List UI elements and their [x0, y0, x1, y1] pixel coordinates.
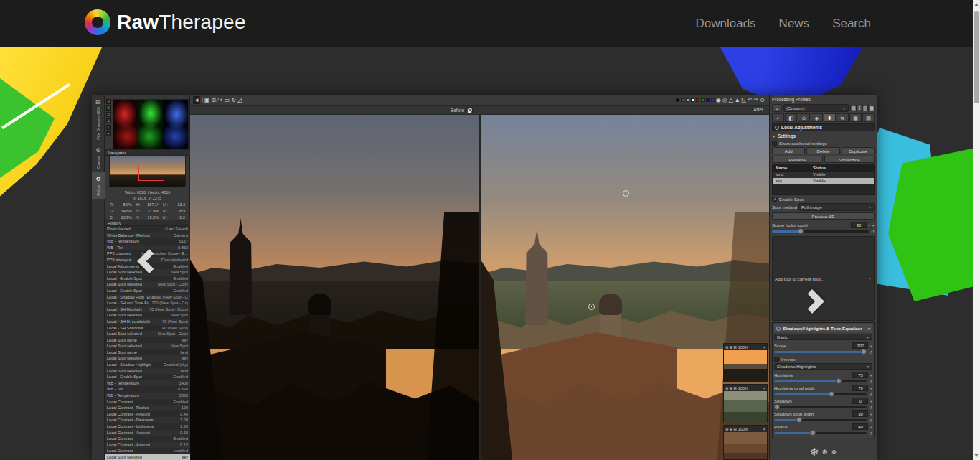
toolbar-icon[interactable]: ↷ [754, 97, 759, 103]
history-row[interactable]: Local - Shadow Highlight Enabled (sky) [105, 362, 190, 368]
reset-icon[interactable]: ↺ [869, 392, 872, 397]
bg-color-swatch[interactable] [681, 98, 684, 102]
reset-icon[interactable]: ↺ [869, 418, 872, 423]
detail-window[interactable]: ⊖ ⊕ ⊞ 100% × [723, 425, 768, 460]
increment-icon[interactable]: + [870, 412, 872, 416]
slider-track[interactable] [774, 351, 867, 353]
toolbar-icon[interactable]: ▭ [225, 97, 230, 103]
bg-color-swatch[interactable] [676, 98, 679, 102]
spot-row[interactable]: sky Visible [773, 178, 874, 184]
history-row[interactable]: Local Contrast - Darkness 1.00 [105, 417, 190, 423]
increment-icon[interactable]: + [872, 223, 875, 227]
toolbar-icon[interactable]: ⊙ [760, 97, 765, 103]
profile-action-icon[interactable]: ▦ [868, 105, 875, 111]
tool-tab[interactable]: ⇆ [837, 113, 849, 122]
scroll-down-icon[interactable] [974, 454, 979, 457]
history-row[interactable]: Local Contrast - Radius 120 [105, 405, 190, 411]
bg-color-swatch[interactable] [696, 98, 699, 102]
adjustment-slider[interactable]: Highlights tonal width 70 + ↺ [774, 385, 872, 397]
toolbar-icon[interactable]: ◄ [193, 96, 200, 104]
history-row[interactable]: Local Spot name sky [105, 337, 190, 344]
bg-color-swatch[interactable] [686, 98, 689, 102]
complexity-select[interactable]: Basic▼ [774, 334, 872, 340]
rename-spot-button[interactable]: Rename [772, 156, 823, 163]
browser-scrollbar[interactable] [973, 0, 980, 460]
delete-spot-button[interactable]: Delete [806, 147, 839, 154]
history-row[interactable]: WB - Tint 0.830 [105, 386, 190, 393]
history-row[interactable]: Local Contrast enabled [105, 448, 190, 454]
zoom-out-icon[interactable]: ⊖ [725, 427, 729, 431]
nav-link[interactable]: Downloads [696, 17, 756, 31]
tool-tab[interactable]: ⊙ [798, 113, 810, 122]
main-vertical-tab[interactable]: ▤ File Browser (26) [92, 95, 105, 144]
histogram-toggle-button[interactable]: ▪ [106, 131, 111, 136]
tool-tab[interactable]: ✚ [824, 113, 836, 122]
decrement-icon[interactable]: − [868, 223, 871, 227]
histogram-toggle-button[interactable]: B [106, 112, 111, 117]
history-row[interactable]: Local Contrast - Amount 0.15 [105, 442, 190, 449]
zoom-in-icon[interactable]: ⊕ [730, 386, 733, 390]
slider-value[interactable]: 30 [851, 222, 867, 228]
close-icon[interactable]: × [867, 326, 870, 331]
toolbar-icon[interactable]: ▣ [204, 97, 210, 103]
settings-expander[interactable]: ▼ Settings [772, 133, 875, 139]
toolbar-icon[interactable]: ◺ [742, 97, 746, 103]
slider-track[interactable] [774, 419, 867, 421]
slider-value[interactable]: 40 [852, 423, 868, 430]
history-row[interactable]: Local Contrast - Lightness 1.00 [105, 423, 190, 430]
history-row[interactable]: Local Spot selected sky [105, 454, 190, 460]
profile-action-icon[interactable]: ↧ [857, 105, 862, 111]
toolbar-icon[interactable]: ⌖ [220, 97, 223, 103]
increment-icon[interactable]: + [870, 425, 872, 429]
nav-link[interactable]: Search [832, 17, 871, 31]
zoom-fit-icon[interactable]: ⊞ [733, 386, 737, 390]
history-row[interactable]: Local - Enable Spot Enabled [105, 276, 190, 282]
history-row[interactable]: Local - SH Highlight 75 (New Spot - Copy… [105, 306, 190, 313]
sh-mode-select[interactable]: Shadows/Highlights▼ [774, 363, 872, 370]
toolbar-icon[interactable]: ◿ [237, 97, 242, 103]
reset-icon[interactable]: ↺ [869, 431, 872, 436]
inverse-checkbox[interactable]: Inverse [774, 357, 872, 362]
navigator-thumbnail[interactable] [109, 156, 186, 187]
increment-icon[interactable]: + [870, 373, 872, 377]
detail-window[interactable]: ⊖ ⊕ ⊞ 100% × [723, 343, 768, 382]
history-row[interactable]: Local Spot selected New Spot [105, 312, 190, 319]
history-row[interactable]: WB - Temperature 5167 [105, 238, 190, 245]
zoom-out-icon[interactable]: ⊖ [725, 386, 729, 390]
toolbar-icon[interactable]: ◎ [722, 97, 727, 103]
history-row[interactable]: Local - Enable Spot Enabled [105, 288, 190, 294]
history-row[interactable]: Local - SH Shadows 40 (New Spot) [105, 325, 190, 332]
adjustment-slider[interactable]: Shadows tonal width 30 + ↺ [774, 410, 872, 423]
after-image[interactable]: ⊖ ⊕ ⊞ 100% × ⊖ ⊕ ⊞ 100% [481, 115, 769, 460]
adjustment-slider[interactable]: Shadows 0 + ↺ [774, 398, 872, 410]
histogram-toggle-button[interactable]: R [106, 99, 111, 104]
detail-window[interactable]: ⊖ ⊕ ⊞ 100% × [723, 384, 768, 423]
profile-fill-mode-icon[interactable]: ≡ [772, 104, 782, 112]
tool-power-icon[interactable] [776, 327, 781, 331]
bg-color-swatch[interactable] [691, 98, 694, 102]
history-row[interactable]: Local Spot name land [105, 349, 190, 356]
history-row[interactable]: Local Spot selected sky [105, 355, 190, 362]
profile-action-icon[interactable]: ▤ [850, 105, 857, 111]
scrollbar-thumb[interactable] [974, 11, 979, 103]
slider-thumb[interactable] [810, 430, 816, 436]
history-row[interactable]: Local Spot selected New Spot - Copy [105, 331, 190, 337]
show-additional-settings-checkbox[interactable]: Show additional settings [772, 141, 875, 146]
increment-icon[interactable]: + [870, 386, 872, 390]
toolbar-icon[interactable]: ↻ [231, 97, 236, 103]
tool-tab[interactable]: ▤ [862, 113, 875, 122]
histogram-toggle-button[interactable]: G [106, 105, 111, 111]
slider-thumb[interactable] [774, 404, 780, 410]
main-vertical-tab[interactable]: ⚙ Queue [92, 144, 105, 172]
adjustment-slider[interactable]: Highlights 75 + ↺ [774, 372, 872, 384]
tool-tab[interactable]: ◈ [811, 113, 823, 122]
slider-track[interactable] [774, 393, 867, 395]
scope-color-tools-slider[interactable]: Scope (color tools) 30 − + ↺ [772, 222, 875, 234]
slider-value[interactable]: 70 [852, 385, 868, 391]
tool-scope-slider[interactable]: Scope 100 + ↺ [774, 342, 872, 355]
spot-row[interactable]: land Visible [773, 172, 874, 178]
close-icon[interactable]: × [763, 427, 765, 431]
bg-color-swatch[interactable] [706, 98, 710, 102]
profile-select[interactable]: (Custom)▼ [783, 104, 849, 112]
slider-value[interactable]: 100 [852, 342, 868, 349]
